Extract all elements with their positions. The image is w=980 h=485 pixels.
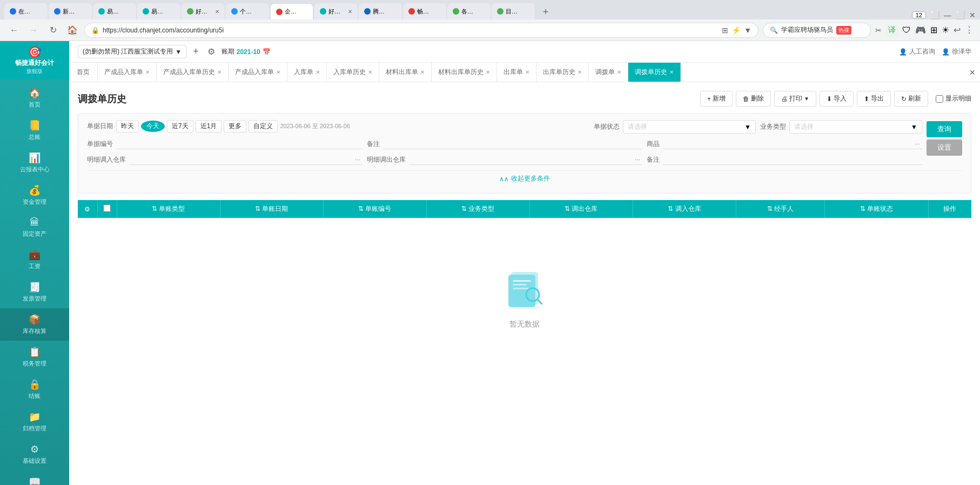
select-all-checkbox[interactable] — [103, 204, 111, 212]
display-toggle-checkbox[interactable] — [936, 95, 943, 103]
export-button[interactable]: ⬆ 导出 — [857, 91, 891, 107]
undo-icon[interactable]: ↩ — [954, 25, 961, 35]
page-tab-out-history[interactable]: 出库单历史 ✕ — [536, 63, 589, 82]
custom-button[interactable]: 自定义 — [249, 120, 278, 132]
col-type-header[interactable]: ⇅ 单账类型 — [117, 200, 220, 218]
print-dropdown-icon[interactable]: ▼ — [804, 96, 809, 102]
tab-close-icon[interactable]: ✕ — [215, 9, 219, 15]
month-button[interactable]: 近1月 — [196, 120, 222, 132]
collapse-filter-button[interactable]: ∧∧ 收起更多条件 — [87, 170, 962, 187]
detail-in-selector[interactable]: ··· — [129, 155, 363, 165]
add-company-button[interactable]: + — [191, 46, 201, 57]
week-button[interactable]: 近7天 — [167, 120, 193, 132]
extensions-icon[interactable]: ⬜ — [930, 11, 939, 19]
sidebar-item-inventory[interactable]: 📦 库存核算 — [0, 308, 69, 341]
tab-close-icon[interactable]: ✕ — [316, 69, 320, 75]
grid-view-icon[interactable]: ⊞ — [930, 25, 937, 35]
more-button[interactable]: 更多 — [224, 120, 246, 132]
page-tab-home[interactable]: 首页 — [69, 63, 98, 82]
tab-close-icon[interactable]: ✕ — [276, 69, 280, 75]
delete-button[interactable]: 🗑 删除 — [736, 91, 771, 107]
col-num-header[interactable]: ⇅ 单账编号 — [323, 200, 426, 218]
col-date-header[interactable]: ⇅ 单账日期 — [220, 200, 323, 218]
col-status-header[interactable]: ⇅ 单账状态 — [825, 200, 928, 218]
sidebar-item-guide[interactable]: 📖 新手引导 — [0, 470, 69, 485]
browser-tab[interactable]: 易… — [93, 3, 136, 19]
page-tab-material-out[interactable]: 材料出库单 ✕ — [379, 63, 432, 82]
sidebar-item-funds[interactable]: 💰 资金管理 — [0, 179, 69, 211]
minimize-icon[interactable]: — — [944, 11, 951, 19]
filter-settings-button[interactable]: 设置 — [927, 139, 962, 156]
user-avatar[interactable]: 👤 徐泽华 — [942, 47, 971, 56]
address-bar[interactable]: 🔒 https://cloud.chanjet.com/accounting/u… — [84, 23, 759, 38]
tab-close-icon[interactable]: ✕ — [486, 69, 490, 75]
browser-tab[interactable]: 腾… — [359, 3, 402, 19]
dropdown-icon[interactable]: ▼ — [744, 26, 751, 35]
home-button[interactable]: 🏠 — [65, 23, 80, 38]
browser-tab[interactable]: 目… — [492, 3, 535, 19]
tab-close-icon[interactable]: ✕ — [145, 69, 150, 75]
reload-button[interactable]: ↻ — [45, 23, 61, 38]
goods-selector[interactable]: ··· — [663, 139, 922, 149]
col-biz-header[interactable]: ⇅ 业务类型 — [426, 200, 529, 218]
browser-tab[interactable]: 新… — [49, 3, 92, 19]
tab-close-icon[interactable]: ✕ — [617, 69, 621, 75]
page-tab-storage-in[interactable]: 入库单 ✕ — [287, 63, 327, 82]
remark2-input[interactable] — [663, 155, 922, 165]
today-button[interactable]: 今天 — [141, 121, 165, 132]
sidebar-item-home[interactable]: 🏠 首页 — [0, 82, 69, 114]
browser-tab[interactable]: 各… — [447, 3, 491, 19]
grid-icon[interactable]: ⊞ — [722, 26, 728, 35]
tab-close-icon[interactable]: ✕ — [348, 9, 352, 15]
theme-icon[interactable]: ☀ — [942, 25, 949, 35]
sidebar-item-reports[interactable]: 📊 云报表中心 — [0, 147, 69, 179]
close-window-icon[interactable]: ✕ — [969, 11, 976, 19]
query-button[interactable]: 查询 — [927, 121, 962, 137]
page-tab-transfer-history[interactable]: 调拨单历史 ✕ — [628, 63, 681, 82]
sidebar-item-basic[interactable]: ⚙ 基础设置 — [0, 438, 69, 470]
page-tab-produce-in2[interactable]: 产成品入库单 ✕ — [229, 63, 287, 82]
close-all-tabs-button[interactable]: ✕ — [965, 68, 980, 77]
menu-icon[interactable]: ⋮ — [965, 25, 974, 35]
sidebar-item-wages[interactable]: 💼 工资 — [0, 243, 69, 276]
new-tab-button[interactable]: + — [538, 4, 553, 19]
page-tab-produce-in[interactable]: 产成品入库单 ✕ — [98, 63, 157, 82]
browser-tab[interactable]: 易… — [137, 3, 180, 19]
maximize-icon[interactable]: ⬜ — [956, 11, 965, 19]
print-button[interactable]: 🖨 打印 ▼ — [774, 91, 816, 107]
col-handler-header[interactable]: ⇅ 经手人 — [736, 200, 825, 218]
browser-tab[interactable]: 个… — [226, 3, 269, 19]
tab-close-icon[interactable]: ✕ — [525, 69, 529, 75]
tab-close-icon[interactable]: ✕ — [578, 69, 582, 75]
shield-icon[interactable]: 🛡 — [902, 25, 911, 35]
lightning-icon[interactable]: ⚡ — [731, 26, 741, 35]
company-selector[interactable]: (勿删勿禁用) 江西服宝测试专用 ▼ — [78, 45, 186, 58]
tab-close-icon[interactable]: ✕ — [368, 69, 372, 75]
biz-type-select[interactable]: 请选择 ▼ — [789, 120, 922, 134]
sidebar-item-closing[interactable]: 🔒 结账 — [0, 373, 69, 406]
browser-tab[interactable]: 企… — [270, 3, 313, 19]
browser-tab[interactable]: 好… ✕ — [182, 3, 225, 19]
scissors-icon[interactable]: ✂ — [875, 26, 882, 35]
page-tab-material-out-history[interactable]: 材料出库单历史 ✕ — [432, 63, 497, 82]
sidebar-item-assets[interactable]: 🏛 固定资产 — [0, 211, 69, 243]
page-tab-out[interactable]: 出库单 ✕ — [497, 63, 536, 82]
sidebar-item-tax[interactable]: 📋 税务管理 — [0, 341, 69, 373]
col-gear-header[interactable]: ⚙ — [78, 200, 97, 218]
service-button[interactable]: 👤 人工咨询 — [899, 47, 935, 56]
sidebar-item-archive[interactable]: 📁 归档管理 — [0, 406, 69, 438]
settings-gear-button[interactable]: ⚙ — [205, 46, 217, 57]
yesterday-button[interactable]: 昨天 — [116, 120, 139, 132]
calendar-icon[interactable]: 📅 — [263, 48, 271, 56]
new-button[interactable]: + + 新增 新增 — [700, 91, 733, 107]
search-bar[interactable]: 🔍 学霸应聘场驱鸟员 热搜 — [763, 23, 871, 38]
status-select[interactable]: 请选择 ▼ — [623, 120, 756, 134]
browser-tab[interactable]: 在… — [4, 3, 48, 19]
translate-icon[interactable]: 译 — [886, 24, 898, 36]
tab-close-icon[interactable]: ✕ — [420, 69, 425, 75]
gamepad-icon[interactable]: 🎮 — [915, 25, 926, 35]
doc-num-input[interactable] — [116, 139, 363, 149]
col-in-header[interactable]: ⇅ 调入仓库 — [633, 200, 736, 218]
browser-tab[interactable]: 畅… — [403, 3, 446, 19]
page-tab-storage-in-history[interactable]: 入库单历史 ✕ — [327, 63, 379, 82]
